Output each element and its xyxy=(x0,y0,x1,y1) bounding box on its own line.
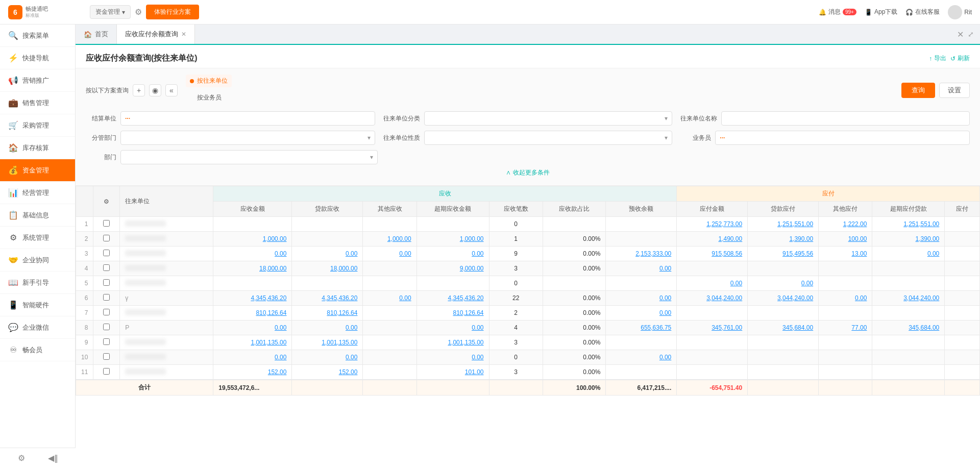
cell-link[interactable]: 810,126.64 xyxy=(256,309,286,316)
cell-link[interactable]: 0.00 xyxy=(346,324,357,331)
col-header-gear[interactable]: ⚙ xyxy=(93,186,120,217)
row-select-checkbox[interactable] xyxy=(103,235,110,241)
cell-link[interactable]: 1,000.00 xyxy=(387,235,411,242)
cell-link[interactable]: 152.00 xyxy=(339,368,358,376)
tab-receivable-query[interactable]: 应收应付余额查询 ✕ xyxy=(117,24,195,44)
sidebar-item-sales[interactable]: 💼 销售管理 xyxy=(0,92,75,114)
cell-link[interactable]: 3,044,240.00 xyxy=(777,294,813,302)
scheme-settings-btn[interactable]: ◉ xyxy=(149,84,161,96)
cell-link[interactable]: 0.00 xyxy=(472,354,483,361)
cell-link[interactable]: 1,251,551.00 xyxy=(903,220,939,228)
messages-btn[interactable]: 🔔 消息 99+ xyxy=(819,8,856,16)
collapse-more-btn[interactable]: ∧ 收起更多条件 xyxy=(86,166,970,179)
sidebar-item-member[interactable]: ♾ 畅会员 xyxy=(0,339,75,361)
cell-link[interactable]: 0.00 xyxy=(659,354,671,361)
cell-link[interactable]: 0.00 xyxy=(346,354,357,361)
cell-link[interactable]: 13.00 xyxy=(851,250,867,257)
cell-link[interactable]: 0.00 xyxy=(659,265,671,272)
user-area[interactable]: Rit xyxy=(948,5,972,19)
cell-link[interactable]: 0.00 xyxy=(659,309,671,316)
cell-link[interactable]: 915,508.56 xyxy=(712,250,742,257)
cell-link[interactable]: 345,684.00 xyxy=(909,324,939,331)
sidebar-item-wechat[interactable]: 💬 企业微信 xyxy=(0,316,75,339)
cell-link[interactable]: 4,345,436.20 xyxy=(322,294,357,302)
row-checkbox[interactable] xyxy=(93,291,120,306)
cell-link[interactable]: 1,000.00 xyxy=(460,235,484,242)
group-by-salesman-btn[interactable]: 按业务员 xyxy=(186,91,232,104)
cell-link[interactable]: 1,252,773.00 xyxy=(706,220,742,228)
cell-link[interactable]: 0.00 xyxy=(659,294,671,302)
department-input[interactable]: ▾ xyxy=(120,150,378,164)
cell-link[interactable]: 0.00 xyxy=(275,250,286,257)
cell-link[interactable]: 152.00 xyxy=(268,368,287,376)
cell-link[interactable]: 0.00 xyxy=(275,354,286,361)
row-checkbox[interactable] xyxy=(93,276,120,291)
cell-link[interactable]: 0.00 xyxy=(472,324,483,331)
row-select-checkbox[interactable] xyxy=(103,368,110,375)
row-select-checkbox[interactable] xyxy=(103,338,110,345)
cell-link[interactable]: 915,495.56 xyxy=(782,250,813,257)
row-select-checkbox[interactable] xyxy=(103,353,110,360)
cell-link[interactable]: 0.00 xyxy=(275,324,286,331)
sidebar-item-enterprise[interactable]: 🤝 企业协同 xyxy=(0,249,75,272)
sidebar-collapse-btn[interactable]: ◀‖ xyxy=(48,453,58,463)
export-btn[interactable]: ↑ 导出 xyxy=(929,54,946,63)
cell-link[interactable]: 1,001,135.00 xyxy=(322,339,357,346)
cell-link[interactable]: 345,684.00 xyxy=(782,324,813,331)
cell-link[interactable]: 2,153,333.00 xyxy=(635,250,671,257)
add-scheme-btn[interactable]: + xyxy=(133,84,145,96)
unit-name-input[interactable] xyxy=(721,111,970,126)
row-checkbox[interactable] xyxy=(93,321,120,335)
app-download-btn[interactable]: 📱 App下载 xyxy=(865,8,897,16)
cell-link[interactable]: 1,251,551.00 xyxy=(777,220,813,228)
cell-link[interactable]: 0.00 xyxy=(346,250,357,257)
solution-btn[interactable]: 体验行业方案 xyxy=(146,5,199,19)
cell-link[interactable]: 1,001,135.00 xyxy=(448,339,483,346)
cell-link[interactable]: 655,636.75 xyxy=(641,324,671,331)
query-btn[interactable]: 查询 xyxy=(901,83,935,98)
settings-icon[interactable]: ⚙ xyxy=(135,7,142,17)
table-area[interactable]: ⚙ 往来单位 应收 应付 应收金额 贷款应收 其他应收 超期应收金额 应收笔数 … xyxy=(76,186,980,468)
cell-link[interactable]: 1,390.00 xyxy=(916,235,940,242)
cell-link[interactable]: 0.00 xyxy=(472,250,483,257)
cell-link[interactable]: 0.00 xyxy=(927,250,939,257)
tab-expand-icon[interactable]: ⤢ xyxy=(968,30,974,38)
cell-link[interactable]: 0.00 xyxy=(399,250,411,257)
dept-manager-input[interactable]: ▾ xyxy=(120,131,375,145)
row-select-checkbox[interactable] xyxy=(103,294,110,301)
unit-category-input[interactable]: ▾ xyxy=(424,111,673,126)
row-checkbox[interactable] xyxy=(93,365,120,380)
sidebar-item-inventory[interactable]: 🏠 库存核算 xyxy=(0,137,75,159)
row-checkbox[interactable] xyxy=(93,217,120,232)
row-select-checkbox[interactable] xyxy=(103,250,110,256)
cell-link[interactable]: 4,345,436.20 xyxy=(448,294,483,302)
sidebar-item-funds[interactable]: 💰 资金管理 xyxy=(0,159,75,182)
row-checkbox[interactable] xyxy=(93,247,120,261)
sidebar-item-quick-nav[interactable]: ⚡ 快捷导航 xyxy=(0,47,75,69)
group-by-unit-btn[interactable]: 按往来单位 xyxy=(186,75,232,87)
cell-link[interactable]: 1,001,135.00 xyxy=(251,339,286,346)
cell-link[interactable]: 3,044,240.00 xyxy=(903,294,939,302)
row-checkbox[interactable] xyxy=(93,306,120,321)
cell-link[interactable]: 1,490.00 xyxy=(718,235,742,242)
row-select-checkbox[interactable] xyxy=(103,264,110,271)
salesman-input[interactable]: ··· xyxy=(715,131,970,145)
cell-link[interactable]: 3,044,240.00 xyxy=(706,294,742,302)
refresh-btn[interactable]: ↺ 刷新 xyxy=(950,54,970,63)
cell-link[interactable]: 0.00 xyxy=(855,294,867,302)
sidebar-item-management[interactable]: 📊 经营管理 xyxy=(0,182,75,204)
cell-link[interactable]: 100.00 xyxy=(848,235,867,242)
settlement-unit-input[interactable]: ··· xyxy=(120,111,375,126)
cell-link[interactable]: 0.00 xyxy=(801,280,813,287)
tab-close-window-icon[interactable]: ✕ xyxy=(957,30,964,39)
row-checkbox[interactable] xyxy=(93,261,120,276)
unit-nature-input[interactable]: ▾ xyxy=(424,131,673,145)
row-select-checkbox[interactable] xyxy=(103,324,110,330)
cell-link[interactable]: 1,390.00 xyxy=(789,235,813,242)
cell-link[interactable]: 810,126.64 xyxy=(453,309,483,316)
cell-link[interactable]: 810,126.64 xyxy=(327,309,357,316)
header-breadcrumb[interactable]: 资金管理 ▾ xyxy=(90,5,131,19)
row-checkbox[interactable] xyxy=(93,350,120,365)
row-checkbox[interactable] xyxy=(93,232,120,247)
sidebar-item-search[interactable]: 🔍 搜索菜单 xyxy=(0,24,75,47)
